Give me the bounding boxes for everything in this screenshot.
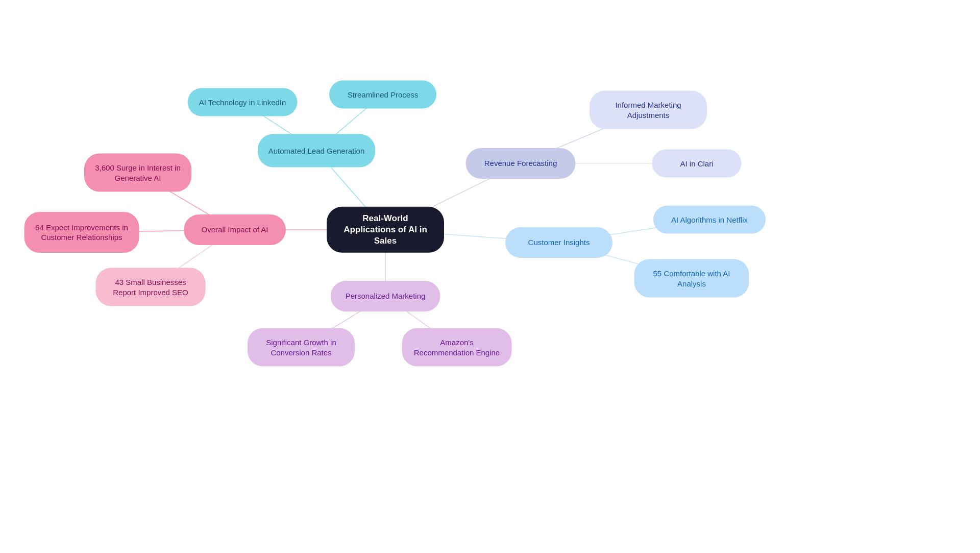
node-customer_insights[interactable]: Customer Insights xyxy=(505,227,612,258)
node-small_biz_seo[interactable]: 43 Small Businesses Report Improved SEO xyxy=(96,268,206,306)
node-expect_improvements[interactable]: 64 Expect Improvements in Customer Relat… xyxy=(24,212,139,253)
node-automated_lead_gen[interactable]: Automated Lead Generation xyxy=(258,134,375,167)
node-center[interactable]: Real-World Applications of AI in Sales xyxy=(327,207,444,253)
mind-map: Real-World Applications of AI in SalesAu… xyxy=(0,0,980,553)
node-personalized_marketing[interactable]: Personalized Marketing xyxy=(331,281,440,311)
node-ai_netflix[interactable]: AI Algorithms in Netflix xyxy=(653,206,766,234)
node-revenue_forecasting[interactable]: Revenue Forecasting xyxy=(466,148,576,179)
node-comfortable_ai[interactable]: 55 Comfortable with AI Analysis xyxy=(634,259,749,298)
node-ai_linkedin[interactable]: AI Technology in LinkedIn xyxy=(188,88,298,116)
node-informed_marketing[interactable]: Informed Marketing Adjustments xyxy=(590,91,707,129)
node-amazon_engine[interactable]: Amazon's Recommendation Engine xyxy=(402,328,512,367)
node-conversion_rates[interactable]: Significant Growth in Conversion Rates xyxy=(248,328,355,367)
node-ai_clari[interactable]: AI in Clari xyxy=(652,150,742,178)
node-overall_impact[interactable]: Overall Impact of AI xyxy=(184,214,286,245)
node-surge_generative_ai[interactable]: 3,600 Surge in Interest in Generative AI xyxy=(84,154,191,192)
node-streamlined_process[interactable]: Streamlined Process xyxy=(329,81,436,109)
